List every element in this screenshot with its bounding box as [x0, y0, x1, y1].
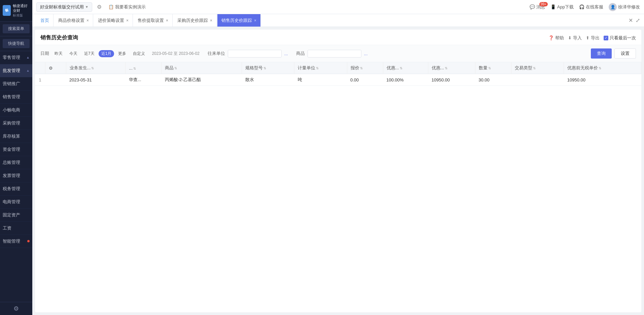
table-row[interactable]: 12023-05-31华查...丙烯酸-2-乙基己酯散水吨0.00100.00%…	[35, 74, 641, 86]
sidebar-item-12[interactable]: 固定资产	[0, 209, 32, 222]
topbar-settings-button[interactable]: ⚙	[96, 2, 103, 11]
tab-label: 销售历史价跟踪	[221, 18, 252, 24]
sidebar-gear-icon[interactable]: ⚙	[3, 305, 30, 312]
menu-dot-icon	[27, 240, 30, 242]
quick-nav-button[interactable]: 快捷导航	[3, 39, 30, 48]
sidebar-item-11[interactable]: 电商管理	[0, 196, 32, 209]
version-selector[interactable]: 好业财标准版交付试用 ▼	[36, 2, 92, 12]
sidebar-item-7[interactable]: 资金管理	[0, 143, 32, 156]
sidebar-item-10[interactable]: 税务管理	[0, 182, 32, 196]
col-quote[interactable]: 报价⇅	[347, 62, 383, 74]
messages-button[interactable]: 💬 消息 99+	[530, 4, 545, 10]
tab-label: 进价策略设置	[98, 18, 124, 24]
tab-close-icon[interactable]: ×	[126, 18, 129, 23]
query-button[interactable]: 查询	[591, 48, 612, 59]
tab-1[interactable]: 商品价格设置×	[54, 14, 93, 27]
online-service-label: 在线客服	[586, 4, 603, 10]
page-title: 销售历史价查询	[40, 34, 78, 41]
version-caret-icon: ▼	[85, 5, 88, 9]
tab-close-icon[interactable]: ×	[166, 18, 168, 23]
sidebar-item-2[interactable]: 营销推广	[0, 77, 32, 91]
sidebar-item-3[interactable]: 销售管理	[0, 91, 32, 104]
sort-icon[interactable]: ⇅	[360, 66, 363, 70]
only-last-checkbox[interactable]: ✓ 只看最后一次	[604, 35, 636, 41]
user-profile-button[interactable]: 👤 徐泽华修改	[609, 3, 640, 11]
date-option-4[interactable]: 更多	[115, 50, 129, 57]
tab-close-icon[interactable]: ×	[86, 18, 89, 23]
gear-icon[interactable]: ⚙	[49, 66, 53, 71]
col-label: 计量单位	[298, 65, 315, 70]
tab-0[interactable]: 首页	[36, 14, 53, 27]
date-filter-group: 日期 昨天今天近7天近1月更多自定义 2023-05-02 至 2023-06-…	[40, 50, 200, 57]
sidebar-item-8[interactable]: 总账管理	[0, 156, 32, 169]
sort-icon[interactable]: ⇅	[599, 66, 601, 70]
col-label: 优惠...	[432, 65, 444, 70]
date-option-3[interactable]: 近1月	[99, 50, 114, 57]
sort-icon[interactable]: ⇅	[316, 66, 319, 70]
tab-close-icon[interactable]: ×	[254, 18, 256, 23]
col-gear: ⚙	[45, 62, 66, 74]
sidebar-item-6[interactable]: 库存核算	[0, 130, 32, 143]
search-menu-button[interactable]: 搜索菜单	[3, 24, 30, 33]
tabbar: 首页商品价格设置×进价策略设置×售价提取设置×采购历史价跟踪×销售历史价跟踪× …	[32, 14, 644, 27]
col-tx_type[interactable]: 交易类型⇅	[511, 62, 564, 74]
sidebar-item-5[interactable]: 采购管理	[0, 117, 32, 130]
product-more-button[interactable]: ...	[364, 51, 368, 56]
sort-icon[interactable]: ⇅	[400, 66, 402, 70]
filter-settings-button[interactable]: 设置	[614, 48, 636, 59]
import-button[interactable]: ⬇ 导入	[568, 35, 582, 41]
sort-icon[interactable]: ⇅	[445, 66, 448, 70]
online-service-button[interactable]: 🎧 在线客服	[579, 4, 603, 10]
sidebar-item-1[interactable]: 批发管理▲	[0, 64, 32, 77]
app-download-icon: 📱	[550, 4, 556, 9]
sort-icon[interactable]: ⇅	[533, 66, 536, 70]
sidebar-item-13[interactable]: 工资	[0, 222, 32, 235]
col-unit[interactable]: 计量单位⇅	[294, 62, 347, 74]
sort-icon[interactable]: ⇅	[488, 66, 491, 70]
main-area: 好业财标准版交付试用 ▼ ⚙ 📋 我要看实例演示 💬 消息 99+ 📱 App下…	[32, 0, 644, 315]
sidebar-item-label: 智能管理	[3, 238, 20, 244]
col-spec[interactable]: 规格型号⇅	[242, 62, 294, 74]
sidebar-item-4[interactable]: 小畅电商	[0, 104, 32, 117]
sidebar-item-14[interactable]: 智能管理	[0, 235, 32, 248]
col-num	[35, 62, 45, 74]
help-button[interactable]: ❓ 帮助	[548, 35, 564, 41]
tab-2[interactable]: 进价策略设置×	[94, 14, 133, 27]
from-unit-input[interactable]	[228, 50, 282, 58]
sidebar-item-9[interactable]: 发票管理	[0, 169, 32, 182]
tab-4[interactable]: 采购历史价跟踪×	[173, 14, 217, 27]
tab-3[interactable]: 售价提取设置×	[134, 14, 173, 27]
cell-pretax_price: 10950.00	[564, 74, 641, 86]
export-button[interactable]: ⬆ 导出	[586, 35, 600, 41]
tab-close-icon[interactable]: ×	[210, 18, 212, 23]
sidebar-item-label: 固定资产	[3, 212, 20, 218]
import-icon: ⬇	[568, 35, 572, 40]
product-input[interactable]	[308, 50, 361, 58]
app-download-button[interactable]: 📱 App下载	[550, 4, 574, 10]
from-unit-more-button[interactable]: ...	[284, 51, 288, 56]
date-option-1[interactable]: 今天	[67, 50, 80, 57]
sidebar-item-0[interactable]: 零售管理▲	[0, 51, 32, 64]
date-option-0[interactable]: 昨天	[52, 50, 65, 57]
date-option-5[interactable]: 自定义	[130, 50, 148, 57]
tab-5[interactable]: 销售历史价跟踪×	[217, 14, 261, 27]
tabbar-close-icon[interactable]: ✕	[629, 17, 633, 24]
sort-icon[interactable]: ⇅	[174, 66, 177, 70]
col-more1[interactable]: ...⇅	[126, 62, 162, 74]
menu-arrow-icon: ▲	[26, 56, 30, 59]
sort-icon[interactable]: ⇅	[133, 67, 136, 70]
col-label: 交易类型	[515, 65, 532, 70]
date-option-2[interactable]: 近7天	[81, 50, 97, 57]
col-discount1[interactable]: 优惠...⇅	[383, 62, 428, 74]
demo-button[interactable]: 📋 我要看实例演示	[108, 4, 146, 10]
user-avatar: 👤	[609, 3, 617, 11]
col-biz_date[interactable]: 业务发生...⇅	[66, 62, 126, 74]
col-label: 报价	[351, 65, 359, 70]
tabbar-expand-icon[interactable]: ⤢	[636, 17, 640, 24]
sort-icon[interactable]: ⇅	[91, 66, 94, 70]
col-pretax_price[interactable]: 优惠前无税单价⇅	[564, 62, 641, 74]
col-discount2[interactable]: 优惠...⇅	[428, 62, 475, 74]
sort-icon[interactable]: ⇅	[263, 66, 266, 70]
col-qty[interactable]: 数量⇅	[475, 62, 511, 74]
col-product[interactable]: 商品⇅	[162, 62, 242, 74]
